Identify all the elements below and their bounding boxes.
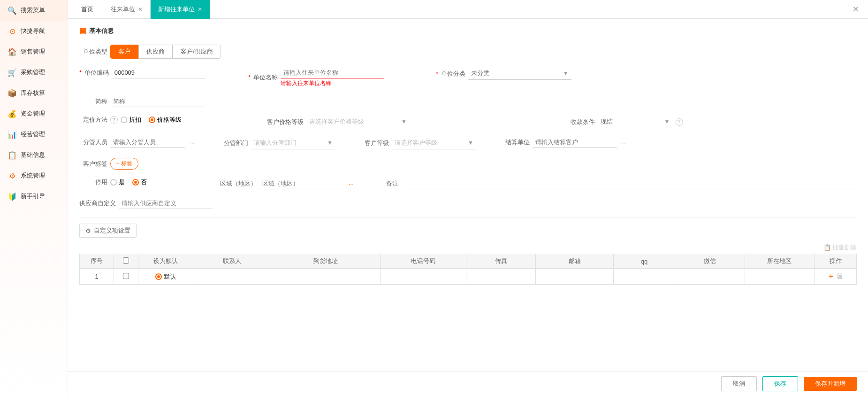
sidebar-item-system[interactable]: ⚙ 系统管理 [0,165,68,186]
unit-category-select[interactable]: 未分类 ▼ [468,67,571,80]
tab-home[interactable]: 首页 [72,0,103,19]
sidebar-item-finance[interactable]: 💰 资金管理 [0,103,68,124]
sidebar-item-guide[interactable]: 🔰 新手引导 [0,186,68,207]
email-input[interactable] [556,273,594,280]
disabled-yes-radio[interactable]: 是 [110,178,125,186]
save-button[interactable]: 保存 [762,376,798,391]
unit-info-row: * 单位编码 * 单位名称 请输入往来单位名称 * 单位分类 [79,67,857,87]
region-field: 区域（地区） ··· [220,178,361,189]
sidebar-item-ops[interactable]: 📊 经营管理 [0,124,68,145]
tab-new-contact[interactable]: 新增往来单位 ✕ [151,0,210,19]
fax-input[interactable] [485,273,518,280]
cell-wechat[interactable] [675,269,745,285]
department-select[interactable]: 请输入分管部门 ▼ [251,137,335,149]
wechat-input[interactable] [693,273,726,280]
footer: 取消 保存 保存并新增 [68,371,868,396]
sidebar-item-sales[interactable]: 🏠 销售管理 [0,41,68,62]
add-tag-button[interactable]: + 标签 [110,158,138,170]
cell-qq[interactable] [613,269,675,285]
cell-checkbox [114,269,138,285]
search-icon: 🔍 [8,6,17,15]
th-default: 设为默认 [138,254,193,269]
main-close-button[interactable]: ✕ [847,5,864,14]
form-area: ▣ 基本信息 单位类型 客户 供应商 客户/供应商 * 单位编码 [68,19,868,371]
address-input[interactable] [297,273,354,280]
cell-phone[interactable] [381,269,466,285]
level-radio-circle [149,116,155,123]
tab-contacts-close[interactable]: ✕ [138,6,143,13]
save-new-button[interactable]: 保存并新增 [804,377,857,391]
contact-input[interactable] [213,273,251,280]
th-seq: 序号 [80,254,114,269]
cancel-button[interactable]: 取消 [721,376,757,391]
cell-address[interactable] [271,269,381,285]
batch-delete-btn[interactable]: 📋 批量删除 [79,243,857,252]
sidebar-item-inventory[interactable]: 📦 库存核算 [0,83,68,103]
cell-email[interactable] [536,269,613,285]
category-dropdown-arrow: ▼ [563,70,569,77]
supervisor-more-btn[interactable]: ··· [188,139,197,146]
sidebar-item-purchase[interactable]: 🛒 采购管理 [0,62,68,83]
region-more-btn[interactable]: ··· [347,180,356,187]
settlement-more-btn[interactable]: ··· [620,139,629,146]
select-all-checkbox[interactable] [123,257,129,264]
region-input[interactable] [259,178,344,189]
sidebar-item-search[interactable]: 🔍 搜索菜单 [0,0,68,21]
short-name-input[interactable] [110,96,204,107]
unit-name-input[interactable] [281,67,384,78]
payment-help-icon[interactable]: ? [676,118,683,126]
region-cell-input[interactable] [763,273,796,280]
ops-icon: 📊 [8,130,17,139]
custom-settings-button[interactable]: ⚙ 自定义项设置 [79,224,137,238]
batch-delete-icon: 📋 [823,244,831,251]
tags-row: 客户标签 + 标签 [79,158,857,170]
unit-code-input[interactable] [112,67,206,78]
phone-input[interactable] [402,273,444,280]
unit-type-row: 单位类型 客户 供应商 客户/供应商 [79,45,857,59]
dept-arrow: ▼ [327,140,333,146]
th-email: 邮箱 [536,254,613,269]
remark-field: 备注 [370,178,857,189]
section-icon: ▣ [79,26,86,35]
supplier-custom-field: 供应商自定义 [79,198,857,209]
cell-region[interactable] [745,269,814,285]
sidebar-item-base[interactable]: 📋 基础信息 [0,145,68,165]
system-icon: ⚙ [8,171,17,180]
supervisor-input[interactable] [110,137,185,148]
guide-icon: 🔰 [8,192,17,201]
type-btn-supplier[interactable]: 供应商 [138,45,173,59]
unit-code-field: * 单位编码 [79,67,239,78]
supervisor-label: 分管人员 [79,138,107,147]
pricing-help-icon[interactable]: ? [110,116,118,124]
delete-row-button[interactable]: 🗑 [836,272,844,280]
supplier-custom-input[interactable] [119,198,213,209]
add-row-button[interactable]: ＋ [827,272,835,281]
pricing-radio-discount[interactable]: 折扣 [121,116,141,124]
qq-input[interactable] [630,273,658,280]
cell-fax[interactable] [466,269,536,285]
payment-terms-arrow: ▼ [664,118,670,125]
customer-price-level-select[interactable]: 请选择客户价格等级 ▼ [306,116,410,128]
customer-level-select[interactable]: 请选择客户等级 ▼ [392,137,476,149]
quick-nav-icon: ⊙ [8,26,17,36]
pricing-radio-level[interactable]: 价格等级 [149,116,182,124]
type-btn-both[interactable]: 客户/供应商 [173,45,221,59]
payment-terms-select[interactable]: 现结 ▼ [598,116,673,128]
unit-name-field: * 单位名称 请输入往来单位名称 [248,67,426,87]
type-btn-customer[interactable]: 客户 [110,45,138,59]
sidebar: 🔍 搜索菜单 ⊙ 快捷导航 🏠 销售管理 🛒 采购管理 📦 库存核算 💰 资金管… [0,0,68,396]
unit-name-label: * 单位名称 [248,73,278,82]
short-name-label: 简称 [79,97,107,106]
department-field: 分管部门 请输入分管部门 ▼ [220,137,351,149]
cell-contact[interactable] [193,269,271,285]
remark-input[interactable] [401,178,857,189]
required-star-name: * [248,74,251,81]
sidebar-item-quick-nav[interactable]: ⊙ 快捷导航 [0,21,68,41]
tab-contacts[interactable]: 往来单位 ✕ [103,0,151,19]
supervisor-row: 分管人员 ··· 分管部门 请输入分管部门 ▼ 客户等级 请选择客户等级 ▼ 结… [79,137,857,149]
tab-new-contact-close[interactable]: ✕ [198,6,202,13]
disabled-no-radio[interactable]: 否 [132,178,147,186]
settlement-unit-input[interactable] [533,137,617,148]
row-checkbox[interactable] [123,273,129,279]
default-radio[interactable]: 默认 [142,272,190,281]
